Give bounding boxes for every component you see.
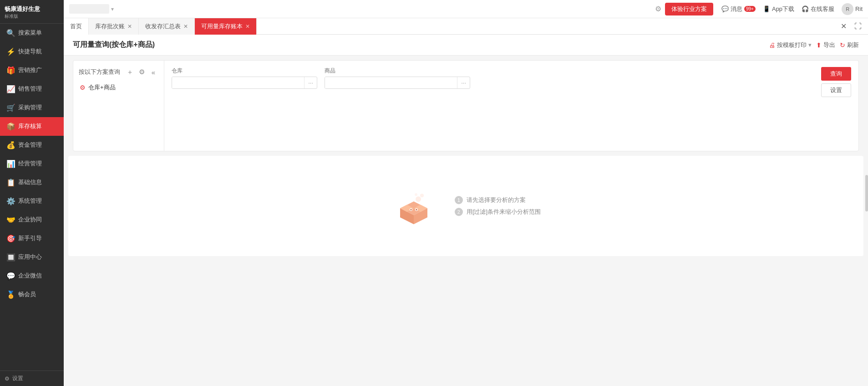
filter-schemes-panel: 按以下方案查询 ＋ ⚙ « ⚙ 仓库+商品 [73,61,164,151]
scheme-warehouse-goods[interactable]: ⚙ 仓库+商品 [73,81,164,94]
sidebar-item-operation[interactable]: 📊经营管理 [0,154,64,173]
goods-field: 商品 ··· [325,67,470,89]
tabs-bar: 首页库存批次账✕收发存汇总表✕可用量库存账本✕ ✕ ⛶ [64,18,868,35]
sidebar-label-inventory: 库存核算 [18,122,42,130]
sidebar-icon-search: 🔍 [6,29,15,37]
sidebar-icon-basic: 📋 [6,178,15,187]
sidebar-label-search: 搜索菜单 [18,29,42,37]
tab-close-batch[interactable]: ✕ [127,23,132,30]
tab-label-available: 可用量库存账本 [201,22,243,31]
refresh-button[interactable]: ↻ 刷新 [840,41,859,49]
sidebar-icon-sales: 📈 [6,85,15,93]
goods-input[interactable] [325,77,457,88]
app-download-button[interactable]: 📱 App下载 [763,5,794,13]
sidebar-item-wechat[interactable]: 💬企业微信 [0,267,64,285]
sidebar-icon-guide: 🎯 [6,234,15,243]
sidebar-item-enterprise[interactable]: 🤝企业协同 [0,211,64,229]
sidebar-item-inventory[interactable]: 📦库存核算 [0,117,64,136]
sidebar-icon-purchase: 🛒 [6,103,15,112]
settings-button[interactable]: 设置 [821,83,851,97]
sidebar-label-operation: 经营管理 [18,160,42,168]
sidebar-item-basic[interactable]: 📋基础信息 [0,173,64,192]
app-title: 畅康通好生意 [5,5,59,13]
svg-point-10 [420,194,424,197]
tab-label-home: 首页 [70,22,82,31]
sidebar-label-purchase: 采购管理 [18,103,42,112]
add-scheme-button[interactable]: ＋ [125,67,135,77]
sidebar-item-appcenter[interactable]: 🔲应用中心 [0,248,64,267]
tab-summary[interactable]: 收发存汇总表✕ [139,18,195,35]
scrollbar-indicator[interactable] [865,175,868,211]
filter-fields-panel: 仓库 ··· 商品 ··· [164,61,858,151]
sidebar-item-shortcut[interactable]: ⚡快捷导航 [0,42,64,61]
sidebar-icon-finance: 💰 [6,141,15,149]
sidebar-item-purchase[interactable]: 🛒采购管理 [0,98,64,117]
export-icon: ⬆ [816,41,822,49]
print-template-button[interactable]: 🖨 按模板打印 ▾ [769,41,812,49]
sidebar-item-member[interactable]: 🏅畅会员 [0,285,64,304]
sidebar-item-marketing[interactable]: 🎁营销推广 [0,61,64,80]
app-download-label: App下载 [772,5,794,13]
tab-close-summary[interactable]: ✕ [183,23,188,30]
message-button[interactable]: 💬 消息 99+ [721,5,756,13]
print-dropdown-icon[interactable]: ▾ [808,41,812,48]
filter-scheme-actions: ＋ ⚙ « [125,67,158,77]
user-name: Rit [855,5,863,12]
sidebar-label-enterprise: 企业协同 [18,216,42,224]
main-content: ▾ ⚙ 体验行业方案 💬 消息 99+ 📱 App下载 🎧 在线客服 R R [64,0,868,386]
topbar-right: 💬 消息 99+ 📱 App下载 🎧 在线客服 R Rit [721,3,863,15]
sidebar-icon-member: 🏅 [6,290,15,299]
sidebar-bottom[interactable]: ⚙ 设置 [0,371,64,386]
page-content: 可用量查询(按仓库+商品) 🖨 按模板打印 ▾ ⬆ 导出 ↻ 刷新 [64,35,868,386]
tab-label-batch: 库存批次账 [95,22,125,31]
goods-more-button[interactable]: ··· [457,77,470,88]
sidebar-item-sales[interactable]: 📈销售管理 [0,80,64,98]
warehouse-input[interactable] [172,77,304,88]
refresh-label: 刷新 [847,41,859,49]
trial-industry-button[interactable]: 体验行业方案 [665,3,713,15]
maximize-button[interactable]: ⛶ [852,20,864,33]
sidebar-icon-system: ⚙️ [6,197,15,206]
hint-text-1: 请先选择要分析的方案 [467,196,526,204]
user-menu[interactable]: R Rit [842,3,863,15]
sidebar-icon-marketing: 🎁 [6,66,15,75]
page-header-actions: 🖨 按模板打印 ▾ ⬆ 导出 ↻ 刷新 [769,41,859,49]
sidebar-item-search[interactable]: 🔍搜索菜单 [0,24,64,42]
query-button[interactable]: 查询 [821,67,851,81]
customer-service-button[interactable]: 🎧 在线客服 [802,5,834,13]
sidebar-logo: 畅康通好生意 标准版 [0,0,64,24]
sidebar-item-finance[interactable]: 💰资金管理 [0,136,64,154]
breadcrumb-path [69,4,109,14]
sidebar-icon-wechat: 💬 [6,272,15,280]
topbar: ▾ ⚙ 体验行业方案 💬 消息 99+ 📱 App下载 🎧 在线客服 R R [64,0,868,18]
svg-point-9 [416,196,421,202]
close-tab-button[interactable]: ✕ [837,20,850,33]
sidebar-icon-inventory: 📦 [6,122,15,131]
warehouse-more-button[interactable]: ··· [304,77,317,88]
warehouse-input-wrap: ··· [172,77,317,89]
gear-icon[interactable]: ⚙ [655,5,661,13]
sidebar-label-marketing: 营销推广 [18,66,42,74]
user-initials: R [846,6,849,12]
empty-hint-1: 1 请先选择要分析的方案 [455,196,541,204]
sidebar-label-shortcut: 快捷导航 [18,47,42,56]
sidebar-label-sales: 销售管理 [18,85,42,93]
tab-available[interactable]: 可用量库存账本✕ [195,18,257,35]
collapse-panel-button[interactable]: « [148,67,158,77]
breadcrumb-dropdown-icon[interactable]: ▾ [111,6,114,12]
tab-close-available[interactable]: ✕ [245,23,250,30]
export-button[interactable]: ⬆ 导出 [816,41,835,49]
svg-point-7 [410,209,411,211]
print-icon: 🖨 [769,41,775,49]
sidebar-label-appcenter: 应用中心 [18,253,42,261]
customer-service-label: 在线客服 [811,5,834,13]
manage-scheme-button[interactable]: ⚙ [137,67,147,77]
settings-icon: ⚙ [5,376,10,382]
filter-row-1: 仓库 ··· 商品 ··· [172,67,851,89]
tab-home[interactable]: 首页 [64,18,89,35]
sidebar-item-system[interactable]: ⚙️系统管理 [0,192,64,211]
action-buttons: 查询 设置 [821,67,851,97]
sidebar-item-guide[interactable]: 🎯新手引导 [0,229,64,248]
tab-batch[interactable]: 库存批次账✕ [89,18,139,35]
filter-section: 按以下方案查询 ＋ ⚙ « ⚙ 仓库+商品 [68,60,863,256]
